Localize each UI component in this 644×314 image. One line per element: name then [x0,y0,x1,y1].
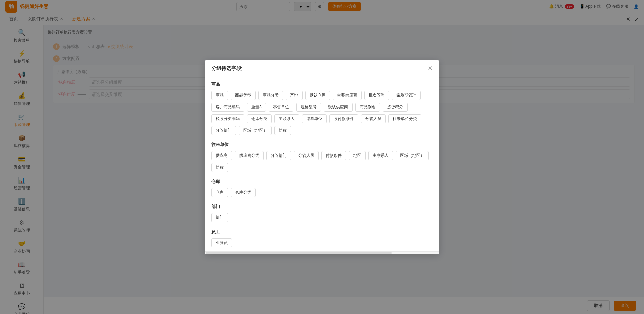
field-tag-partner-cat[interactable]: 往来单位分类 [388,114,421,123]
field-tag-goods-category[interactable]: 商品分类 [258,91,283,100]
field-tag-alias[interactable]: 商品别名 [355,103,380,112]
modal-close-button[interactable]: ✕ [428,65,433,71]
field-tag-spec[interactable]: 规格型号 [296,103,321,112]
partner-field-tags: 供应商 供应商分类 分管部门 分管人员 付款条件 地区 主联系人 区域（地区） … [211,151,433,172]
goods-field-tags: 商品 商品类型 商品分类 产地 默认仓库 主要供应商 批次管理 保质期管理 客户… [211,91,433,135]
section-partner: 往来单位 供应商 供应商分类 分管部门 分管人员 付款条件 地区 主联系人 区域… [211,142,433,172]
section-dept-title: 部门 [211,204,433,210]
section-dept: 部门 部门 [211,204,433,222]
field-tag-warehouse-cat[interactable]: 仓库分类 [247,114,272,123]
modal-overlay: 分组待选字段 ✕ 商品 商品 商品类型 商品分类 产地 默认仓库 [44,25,644,314]
employee-field-tags: 业务员 [211,238,433,247]
modal-title: 分组待选字段 [211,65,241,72]
section-employee: 员工 业务员 [211,229,433,247]
field-tag-dept[interactable]: 分管部门 [211,126,236,135]
field-tag-retail-unit[interactable]: 零售单位 [269,103,293,112]
field-tag-main-supplier[interactable]: 主要供应商 [333,91,362,100]
field-tag-origin[interactable]: 产地 [286,91,303,100]
field-tag-supplier-cat[interactable]: 供应商分类 [235,151,264,160]
field-tag-short-name[interactable]: 简称 [274,126,291,135]
field-tag-region[interactable]: 区域（地区） [239,126,272,135]
field-tag-main-contact[interactable]: 主联系人 [274,114,299,123]
field-tag-area[interactable]: 地区 [349,151,366,160]
field-tag-warehouse[interactable]: 仓库 [211,188,228,197]
field-tag-default-warehouse[interactable]: 默认仓库 [305,91,330,100]
modal-scrollbar[interactable] [205,251,439,254]
warehouse-field-tags: 仓库 仓库分类 [211,188,433,197]
field-tag-manager[interactable]: 分管人员 [361,114,386,123]
field-tag-supplier[interactable]: 供应商 [211,151,232,160]
field-tag-main-contact-2[interactable]: 主联系人 [368,151,393,160]
modal-body[interactable]: 商品 商品 商品类型 商品分类 产地 默认仓库 主要供应商 批次管理 保质期管理… [205,76,439,252]
modal-scrollbar-thumb[interactable] [206,252,392,254]
field-tag-default-supplier[interactable]: 默认供应商 [324,103,353,112]
field-tag-payment-terms[interactable]: 收付款条件 [329,114,358,123]
field-tag-pick-points[interactable]: 拣货积分 [383,103,408,112]
field-tag-tax-code[interactable]: 税收分类编码 [211,114,244,123]
content-area: 采购订单执行表方案设置 1 选择模板 ○ 汇总表 ● 交叉统计表 2 方案配置 … [44,25,644,314]
modal: 分组待选字段 ✕ 商品 商品 商品类型 商品分类 产地 默认仓库 [205,60,439,254]
field-tag-region-2[interactable]: 区域（地区） [396,151,429,160]
field-tag-pay-terms[interactable]: 付款条件 [321,151,346,160]
field-tag-department[interactable]: 部门 [211,213,228,222]
field-tag-partner-dept[interactable]: 分管部门 [266,151,291,160]
main-layout: 🔍 搜索菜单 ⚡ 快捷导航 📢 营销推广 💰 销售管理 🛒 采购管理 📦 库存核… [0,25,644,314]
field-tag-customer-code[interactable]: 客户商品编码 [211,103,244,112]
field-tag-warehouse-category[interactable]: 仓库分类 [231,188,256,197]
field-tag-goods[interactable]: 商品 [211,91,228,100]
section-partner-title: 往来单位 [211,142,433,148]
section-employee-title: 员工 [211,229,433,235]
section-goods: 商品 商品 商品类型 商品分类 产地 默认仓库 主要供应商 批次管理 保质期管理… [211,81,433,135]
field-tag-shelf-life[interactable]: 保质期管理 [392,91,421,100]
field-tag-salesperson[interactable]: 业务员 [211,238,232,247]
section-warehouse: 仓库 仓库 仓库分类 [211,179,433,197]
field-tag-weight[interactable]: 重量3 [247,103,266,112]
dept-field-tags: 部门 [211,213,433,222]
field-tag-batch-mgmt[interactable]: 批次管理 [364,91,389,100]
modal-header: 分组待选字段 ✕ [205,60,439,76]
field-tag-settlement-unit[interactable]: 结算单位 [302,114,327,123]
section-goods-title: 商品 [211,81,433,87]
field-tag-short-name-2[interactable]: 简称 [211,163,228,172]
section-warehouse-title: 仓库 [211,179,433,185]
field-tag-partner-person[interactable]: 分管人员 [294,151,319,160]
field-tag-goods-type[interactable]: 商品类型 [231,91,256,100]
